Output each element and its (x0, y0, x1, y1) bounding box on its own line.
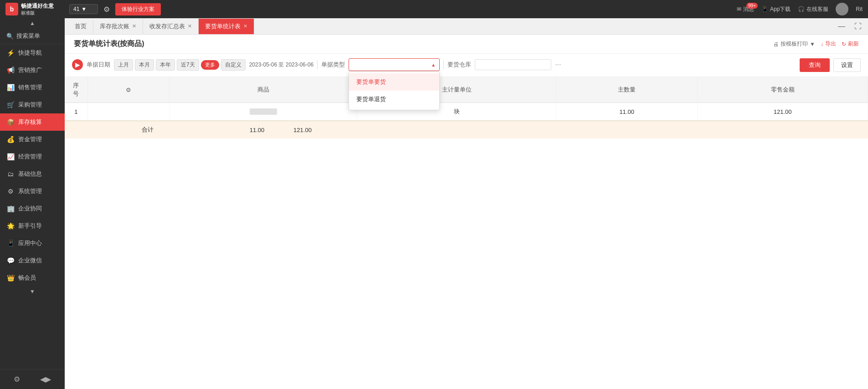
sidebar-item-purchase[interactable]: 🛒 采购管理 (0, 96, 65, 113)
tab-batch[interactable]: 库存批次账 ✕ (93, 19, 143, 34)
message-btn[interactable]: ✉ 消息 99+ (737, 5, 754, 13)
col-product: 商品 (169, 77, 357, 103)
table-header-row: 序号 ⚙ 商品 主计量单位 主数量 零售金额 (65, 77, 868, 103)
user-avatar[interactable] (836, 3, 848, 15)
page-title-bar: 要货单统计表(按商品) 🖨 按模板打印 ▼ ↓ 导出 ↻ 刷新 (65, 35, 868, 54)
tab-expand-btn[interactable]: ⛶ (852, 21, 864, 31)
print-label: 按模板打印 (781, 40, 808, 48)
sales-icon: 📊 (6, 84, 15, 91)
tab-home[interactable]: 首页 (68, 19, 93, 34)
app-subtitle: 标准版 (21, 10, 54, 16)
table-footer: 合计 11.00 121.00 (65, 121, 868, 138)
guide-icon: 🌟 (6, 222, 15, 230)
sidebar-operation-label: 经营管理 (18, 153, 42, 161)
sidebar-inventory-label: 库存核算 (18, 118, 42, 126)
sidebar-item-quicknav[interactable]: ⚡ 快捷导航 (0, 44, 65, 61)
sidebar-item-guide[interactable]: 🌟 新手引导 (0, 217, 65, 235)
sidebar-guide-label: 新手引导 (18, 222, 42, 230)
online-service-btn[interactable]: 🎧 在线客服 (798, 5, 828, 13)
store-selector[interactable]: 41 ▼ (69, 4, 98, 14)
filter-right: 查询 设置 (800, 58, 861, 72)
dropdown-option-order-purchase[interactable]: 要货单要货 (349, 73, 439, 91)
print-template-btn[interactable]: 🖨 按模板打印 ▼ (773, 40, 815, 48)
export-icon: ↓ (821, 41, 823, 47)
tab-inout-close-icon[interactable]: ✕ (188, 23, 192, 29)
data-table: 序号 ⚙ 商品 主计量单位 主数量 零售金额 1 (65, 77, 868, 121)
table-container: 序号 ⚙ 商品 主计量单位 主数量 零售金额 1 (65, 77, 868, 121)
date-btn-last-7days[interactable]: 近7天 (177, 59, 199, 71)
refresh-btn[interactable]: ↻ 刷新 (842, 40, 859, 48)
sidebar-search-label: 搜索菜单 (16, 32, 40, 40)
export-btn[interactable]: ↓ 导出 (821, 40, 836, 48)
cell-amount: 121.00 (698, 103, 868, 121)
user-name-text: Rit (856, 6, 863, 12)
app-download-btn[interactable]: 📱 App下载 (761, 5, 791, 13)
tab-minimize-btn[interactable]: — (835, 21, 848, 31)
col-settings[interactable]: ⚙ (87, 77, 169, 103)
tab-bar: 首页 库存批次账 ✕ 收发存汇总表 ✕ 要货单统计表 ✕ — ⛶ (65, 18, 868, 35)
sidebar-item-finance[interactable]: 💰 资金管理 (0, 131, 65, 148)
tab-batch-close-icon[interactable]: ✕ (132, 23, 136, 29)
sidebar-item-member[interactable]: 👑 畅会员 (0, 269, 65, 287)
col-qty: 主数量 (556, 77, 697, 103)
header-gear-icon[interactable]: ⚙ (102, 3, 112, 15)
sidebar-scroll-down[interactable]: ▼ (0, 287, 65, 297)
sidebar-item-search[interactable]: 🔍 搜索菜单 (0, 28, 65, 44)
app-title: 畅捷通好生意 (21, 2, 54, 10)
sidebar-settings-btn[interactable]: ⚙ (12, 373, 22, 385)
sidebar-item-inventory[interactable]: 📦 库存核算 (0, 113, 65, 131)
type-wrapper: ▲ 要货单要货 要货单退货 (349, 58, 440, 71)
col-amount: 零售金额 (698, 77, 868, 103)
app-download-label: App下载 (770, 5, 791, 13)
title-actions: 🖨 按模板打印 ▼ ↓ 导出 ↻ 刷新 (773, 40, 859, 48)
sidebar-item-apps[interactable]: 📱 应用中心 (0, 235, 65, 252)
sidebar-apps-label: 应用中心 (18, 239, 42, 247)
tab-batch-label: 库存批次账 (100, 22, 129, 31)
store-name: 41 (73, 6, 79, 12)
basic-icon: 🗂 (6, 170, 15, 178)
tab-inout[interactable]: 收发存汇总表 ✕ (143, 19, 199, 34)
sidebar-item-marketing[interactable]: 📢 营销推广 (0, 61, 65, 79)
type-input[interactable]: ▲ (349, 58, 440, 71)
filter-settings-button[interactable]: 设置 (833, 58, 861, 72)
date-btn-custom[interactable]: 自定义 (221, 59, 246, 71)
filter-expand-btn[interactable]: ▶ (72, 59, 83, 70)
tab-order-label: 要货单统计表 (205, 22, 241, 31)
quicknav-icon: ⚡ (6, 49, 15, 56)
footer-amount: 121.00 (280, 127, 325, 133)
filter-divider-2 (443, 60, 444, 69)
marketing-icon: 📢 (6, 67, 15, 74)
sidebar-item-system[interactable]: ⚙ 系统管理 (0, 183, 65, 200)
trial-button[interactable]: 体验行业方案 (115, 3, 161, 15)
query-button[interactable]: 查询 (800, 58, 830, 72)
date-btn-this-month[interactable]: 本月 (135, 59, 154, 71)
sidebar-collapse-btn[interactable]: ◀▶ (38, 373, 53, 385)
operation-icon: 📈 (6, 153, 15, 160)
filter-more-btn[interactable]: ··· (555, 61, 561, 69)
tab-home-label: 首页 (75, 22, 87, 31)
date-btn-this-year[interactable]: 本年 (156, 59, 175, 71)
main-layout: ▲ 🔍 搜索菜单 ⚡ 快捷导航 📢 营销推广 📊 销售管理 🛒 采购管理 📦 库… (0, 18, 868, 389)
date-btn-last-month[interactable]: 上月 (114, 59, 133, 71)
sidebar-item-sales[interactable]: 📊 销售管理 (0, 79, 65, 96)
dropdown-option-order-return[interactable]: 要货单退货 (349, 91, 439, 108)
date-btn-more[interactable]: 更多 (201, 60, 219, 70)
sidebar-item-operation[interactable]: 📈 经营管理 (0, 148, 65, 165)
export-label: 导出 (825, 40, 836, 48)
sidebar-item-enterprise[interactable]: 🏢 企业协同 (0, 200, 65, 217)
message-icon: ✉ (737, 6, 741, 12)
sidebar-item-wechat[interactable]: 💬 企业微信 (0, 252, 65, 269)
tab-order[interactable]: 要货单统计表 ✕ (199, 19, 254, 34)
phone-icon: 📱 (761, 6, 768, 12)
logo-area: b 畅捷通好生意 标准版 (5, 2, 69, 16)
sidebar-scroll-up[interactable]: ▲ (0, 18, 65, 28)
enterprise-icon: 🏢 (6, 205, 15, 212)
sidebar-system-label: 系统管理 (18, 187, 42, 195)
sidebar-marketing-label: 营销推广 (18, 66, 42, 74)
warehouse-input[interactable] (475, 59, 551, 70)
content-area: 首页 库存批次账 ✕ 收发存汇总表 ✕ 要货单统计表 ✕ — ⛶ 要 (65, 18, 868, 389)
header-right: ✉ 消息 99+ 📱 App下载 🎧 在线客服 Rit (737, 3, 863, 15)
sidebar-item-basic[interactable]: 🗂 基础信息 (0, 165, 65, 183)
purchase-icon: 🛒 (6, 101, 15, 108)
tab-order-close-icon[interactable]: ✕ (243, 23, 247, 29)
